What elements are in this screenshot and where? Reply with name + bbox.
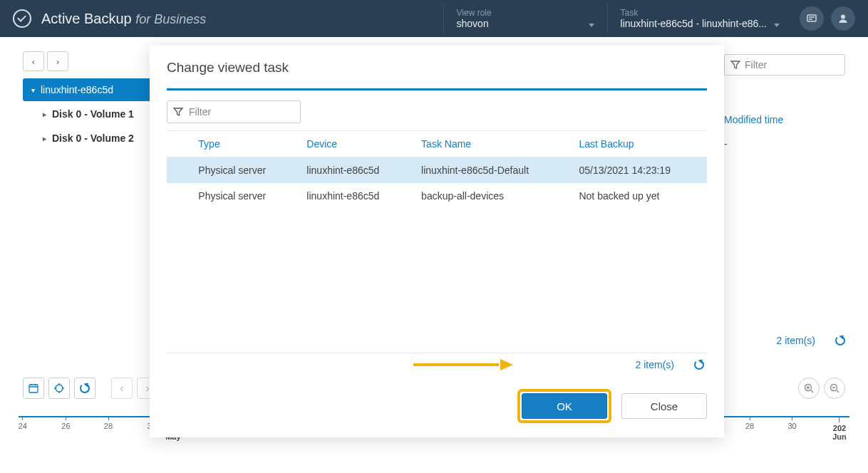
app-logo-icon [13,9,31,28]
modal-filter-input[interactable]: Filter [167,100,301,123]
user-button[interactable] [831,6,855,31]
refresh-icon[interactable] [694,360,704,370]
table-row[interactable]: Physical server linuxhint-e86c5d backup-… [167,183,707,209]
messages-button[interactable] [800,6,824,31]
view-role-label: View role [457,8,594,18]
svg-rect-0 [807,15,816,21]
cell-device: linuxhint-e86c5d [296,157,411,184]
task-value: linuxhint-e86c5d - linuxhint-e86... [621,18,767,29]
cell-task: linuxhint-e86c5d-Default [411,157,569,184]
col-type[interactable]: Type [188,131,296,157]
view-role-value: shovon [457,18,489,29]
cell-type: Physical server [188,183,296,209]
cell-backup: Not backed up yet [569,183,707,209]
filter-placeholder: Filter [189,106,211,118]
col-task-name[interactable]: Task Name [411,131,569,157]
app-title: Active Backup for Business [41,11,206,27]
modal-items-count: 2 item(s) [636,359,674,370]
modal-overlay: Change viewed task Filter Type Device Ta… [0,37,868,473]
cell-type: Physical server [188,157,296,184]
cell-task: backup-all-devices [411,183,569,209]
col-last-backup[interactable]: Last Backup [569,131,707,157]
task-table: Type Device Task Name Last Backup Physic… [167,130,707,209]
change-task-modal: Change viewed task Filter Type Device Ta… [150,46,724,437]
cell-device: linuxhint-e86c5d [296,183,411,209]
cell-backup: 05/13/2021 14:23:19 [569,157,707,184]
message-icon [806,13,817,24]
chevron-down-icon [582,18,594,29]
modal-title: Change viewed task [167,60,707,76]
close-button[interactable]: Close [621,393,707,419]
modal-divider [167,88,707,90]
user-icon [837,13,849,24]
col-device[interactable]: Device [296,131,411,157]
chevron-down-icon [767,18,780,29]
filter-icon [173,107,183,117]
app-title-main: Active Backup [41,11,132,26]
task-label: Task [621,8,780,18]
task-selector[interactable]: Task linuxhint-e86c5d - linuxhint-e86... [607,4,792,33]
svg-point-1 [841,15,845,19]
ok-highlight: OK [517,389,611,423]
app-header: Active Backup for Business View role sho… [0,0,868,37]
modal-items-row: 2 item(s) [167,353,707,376]
table-row[interactable]: Physical server linuxhint-e86c5d linuxhi… [167,157,707,184]
app-title-sub: for Business [135,12,206,26]
view-role-selector[interactable]: View role shovon [443,4,607,33]
ok-button[interactable]: OK [522,393,607,419]
